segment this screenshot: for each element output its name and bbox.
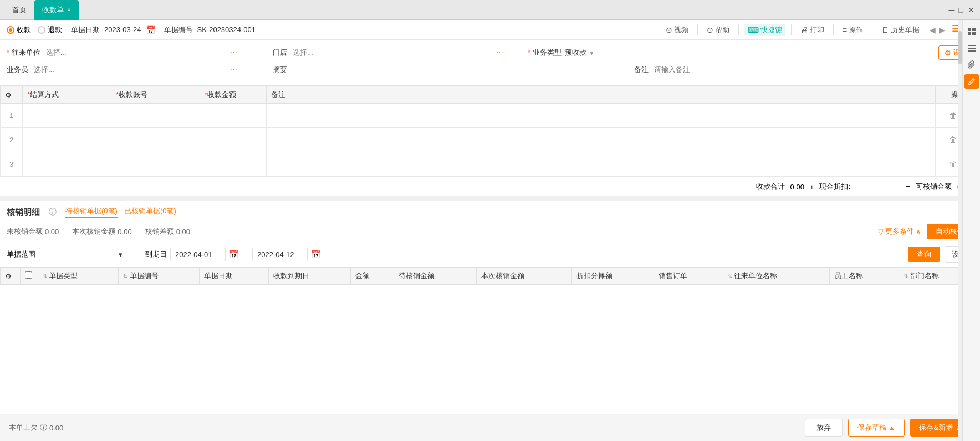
col-settings-header[interactable]: ⚙ bbox=[1, 86, 23, 104]
svg-rect-4 bbox=[968, 45, 976, 46]
diff-value: 0.00 bbox=[176, 228, 190, 236]
dt-col-current: 本次核销金额 bbox=[476, 268, 571, 285]
help-btn[interactable]: ⊙ 帮助 bbox=[703, 24, 733, 36]
range-select[interactable]: ▾ bbox=[39, 248, 127, 261]
tab-done[interactable]: 已核销单据(0笔) bbox=[124, 206, 176, 218]
window-maximize[interactable]: □ bbox=[959, 6, 963, 14]
row-3-delete-icon[interactable]: 🗑 bbox=[949, 160, 957, 169]
sidebar-edit-icon[interactable] bbox=[964, 74, 979, 89]
business-type-select[interactable]: 预收款 ▾ bbox=[565, 48, 594, 58]
discard-btn[interactable]: 放弃 bbox=[805, 419, 843, 437]
radio-collection-circle bbox=[7, 26, 14, 34]
row-1-amount[interactable] bbox=[200, 104, 267, 128]
dt-employee-label: 员工名称 bbox=[834, 271, 863, 280]
operation-icon: ≡ bbox=[843, 25, 847, 34]
row-2-remark[interactable] bbox=[267, 128, 936, 152]
radio-refund[interactable]: 退款 bbox=[38, 25, 62, 35]
sidebar-table-icon[interactable] bbox=[964, 24, 979, 39]
diff-stat: 核销差额 0.00 bbox=[145, 227, 190, 237]
date-from-input[interactable] bbox=[170, 248, 226, 261]
salesperson-label: 业务员 bbox=[7, 65, 28, 75]
row-1-account[interactable] bbox=[111, 104, 200, 128]
salesperson-input[interactable] bbox=[32, 64, 224, 75]
business-type-dropdown-icon[interactable]: ▾ bbox=[590, 49, 594, 57]
gear-icon: ⚙ bbox=[945, 49, 951, 57]
discount-input[interactable] bbox=[856, 182, 900, 191]
tab-collection[interactable]: 收款单 × bbox=[34, 0, 79, 20]
dt-col-settings[interactable]: ⚙ bbox=[1, 268, 21, 285]
verification-data-table: ⚙ ⇅ 单据类型 ⇅ 单据编号 bbox=[0, 267, 980, 285]
salesperson-more-btn[interactable]: ··· bbox=[228, 65, 239, 75]
save-draft-arrow[interactable]: ▲ bbox=[889, 424, 896, 432]
col-remark-header: 备注 bbox=[267, 86, 936, 104]
save-draft-label: 保存草稿 bbox=[858, 423, 886, 433]
counterpart-input[interactable] bbox=[44, 47, 224, 58]
summary-input[interactable] bbox=[290, 64, 612, 75]
net-label: 可核销金额 bbox=[916, 182, 952, 192]
doc-no-value: SK-20230324-001 bbox=[197, 25, 256, 34]
row-3-remark[interactable] bbox=[267, 152, 936, 177]
total-label: 收款合计 bbox=[756, 182, 785, 192]
verification-tabs: 待核销单据(0笔) 已核销单据(0笔) bbox=[65, 206, 176, 218]
tab-pending[interactable]: 待核销单据(0笔) bbox=[65, 206, 118, 218]
dt-type-label: 单据类型 bbox=[49, 271, 78, 280]
dt-col-checkbox[interactable] bbox=[21, 268, 38, 285]
salesperson-field: 业务员 ··· bbox=[7, 64, 239, 75]
sidebar-attachment-icon[interactable] bbox=[964, 58, 979, 72]
save-draft-btn[interactable]: 保存草稿 ▲ bbox=[848, 419, 905, 437]
row-2-settlement[interactable] bbox=[23, 128, 111, 152]
toolbar-right: ⊙ 视频 ⊙ 帮助 ⌨ 快捷键 🖨 打印 ≡ 操作 bbox=[662, 23, 973, 36]
row-2-amount[interactable] bbox=[200, 128, 267, 152]
right-sidebar bbox=[962, 20, 980, 441]
filter-row: 单据范围 ▾ 到期日 📅 — 📅 查询 设置 bbox=[0, 242, 980, 267]
doc-no-info: 单据编号 SK-20230324-001 bbox=[164, 25, 256, 35]
date-to-input[interactable] bbox=[252, 248, 308, 261]
store-more-btn[interactable]: ··· bbox=[494, 48, 506, 58]
print-label: 打印 bbox=[810, 25, 824, 35]
row-1-settlement[interactable] bbox=[23, 104, 111, 128]
query-btn[interactable]: 查询 bbox=[908, 247, 940, 262]
shortcut-btn[interactable]: ⌨ 快捷键 bbox=[744, 24, 785, 36]
row-3-amount[interactable] bbox=[200, 152, 267, 177]
divider4 bbox=[833, 24, 834, 35]
remark-input[interactable] bbox=[652, 64, 973, 75]
nav-next[interactable]: ▶ bbox=[938, 25, 946, 34]
col-remark-label: 备注 bbox=[271, 90, 285, 99]
nav-prev[interactable]: ◀ bbox=[928, 25, 937, 34]
tab-collection-close[interactable]: × bbox=[67, 6, 71, 14]
svg-rect-5 bbox=[968, 48, 976, 49]
more-conditions-btn[interactable]: ▽ 更多条件 ∧ bbox=[878, 227, 921, 237]
counterpart-more-btn[interactable]: ··· bbox=[228, 48, 239, 58]
date-from-calendar-icon[interactable]: 📅 bbox=[229, 250, 238, 259]
history-btn[interactable]: 🗒 历史单据 bbox=[878, 24, 923, 36]
row-1-remark[interactable] bbox=[267, 104, 936, 128]
unchecked-label: 未核销金额 bbox=[7, 227, 43, 237]
svg-rect-2 bbox=[968, 32, 971, 35]
window-close[interactable]: ✕ bbox=[968, 6, 974, 14]
window-minimize[interactable]: ─ bbox=[949, 6, 955, 14]
verification-header: 核销明细 ⓘ 待核销单据(0笔) 已核销单据(0笔) bbox=[0, 201, 980, 222]
radio-collection[interactable]: 收款 bbox=[7, 25, 31, 35]
operation-btn[interactable]: ≡ 操作 bbox=[839, 24, 866, 36]
row-3-settlement[interactable] bbox=[23, 152, 111, 177]
tab-home[interactable]: 首页 bbox=[4, 0, 34, 20]
print-btn[interactable]: 🖨 打印 bbox=[797, 24, 828, 36]
row-2-num: 2 bbox=[1, 128, 23, 152]
row-2-delete-icon[interactable]: 🗑 bbox=[949, 135, 957, 145]
row-1-delete-icon[interactable]: 🗑 bbox=[949, 111, 957, 120]
doc-date-calendar-icon[interactable]: 📅 bbox=[146, 25, 155, 34]
print-icon: 🖨 bbox=[800, 25, 808, 34]
video-btn[interactable]: ⊙ 视频 bbox=[662, 24, 692, 36]
store-input[interactable] bbox=[290, 47, 491, 58]
date-to-calendar-icon[interactable]: 📅 bbox=[311, 250, 320, 259]
sidebar-list-icon[interactable] bbox=[964, 41, 979, 55]
col-amount-header: *收款金额 bbox=[200, 86, 267, 104]
verification-section: 核销明细 ⓘ 待核销单据(0笔) 已核销单据(0笔) 未核销金额 0.00 本次… bbox=[0, 201, 980, 414]
row-3-account[interactable] bbox=[111, 152, 200, 177]
row-2-account[interactable] bbox=[111, 128, 200, 152]
verification-info-icon[interactable]: ⓘ bbox=[49, 207, 57, 217]
diff-label: 核销差额 bbox=[145, 227, 174, 237]
dt-col-discount: 折扣分摊额 bbox=[571, 268, 654, 285]
dt-select-all[interactable] bbox=[25, 271, 32, 279]
scrollbar-thumb[interactable] bbox=[958, 31, 962, 64]
